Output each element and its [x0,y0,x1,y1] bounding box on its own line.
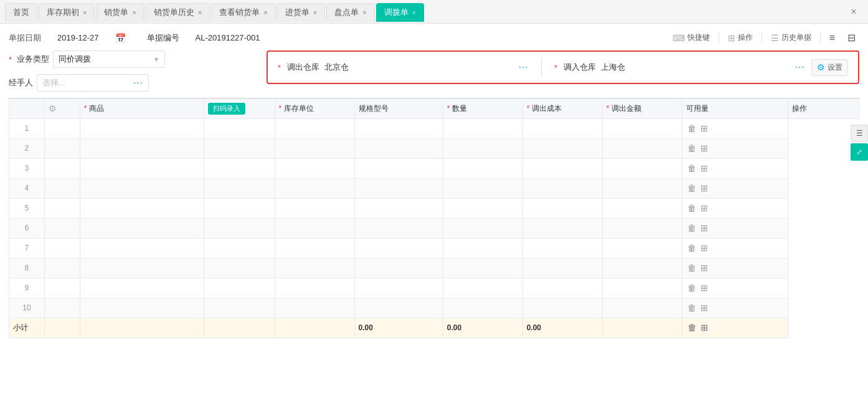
float-list-icon[interactable]: ☰ [851,125,868,142]
tab-purchase[interactable]: 进货单 × [277,3,325,22]
row-copy-icon-1[interactable]: ⊞ [701,123,708,133]
row-cost-1[interactable] [443,118,522,138]
row-qty-2[interactable] [354,138,443,158]
row-delete-icon-10[interactable]: 🗑 [687,303,696,313]
tab-stocktake[interactable]: 盘点单 × [326,3,374,22]
row-product-4[interactable] [80,178,204,198]
tab-sales-history[interactable]: 销货单历史 × [146,3,210,22]
row-avail-8 [602,258,682,278]
row-cost-6[interactable] [443,218,522,238]
person-more-icon[interactable]: ··· [133,77,143,88]
row-product-3[interactable] [80,158,204,178]
settings-button[interactable]: ⚙ 设置 [811,59,848,76]
tab-inventory-init[interactable]: 库存期初 × [39,3,95,22]
row-qty-3[interactable] [354,158,443,178]
row-amount-4[interactable] [522,178,602,198]
row-cost-3[interactable] [443,158,522,178]
row-amount-10[interactable] [522,298,602,318]
row-amount-5[interactable] [522,198,602,218]
row-amount-3[interactable] [522,158,602,178]
list-view-button[interactable]: ≡ [826,31,839,45]
row-delete-icon-3[interactable]: 🗑 [687,163,696,173]
row-qty-9[interactable] [354,278,443,298]
copy-icon[interactable]: ⊞ [701,323,708,333]
tab-view-sales[interactable]: 查看销货单 × [211,3,275,22]
row-product-7[interactable] [80,238,204,258]
col-avail-header: 可用量 [682,98,788,118]
business-type-select[interactable]: 同价调拨 ▼ [53,50,165,68]
row-delete-icon-1[interactable]: 🗑 [687,123,696,133]
subtotal-qty: 0.00 [354,318,443,338]
row-copy-icon-7[interactable]: ⊞ [701,243,708,253]
col-qty-header: * 数量 [443,98,522,118]
table-settings-gear-icon[interactable]: ⚙ [49,103,57,113]
row-qty-4[interactable] [354,178,443,198]
row-copy-icon-3[interactable]: ⊞ [701,163,708,173]
row-cost-2[interactable] [443,138,522,158]
history-button[interactable]: ☰ 历史单据 [767,31,815,45]
row-copy-icon-9[interactable]: ⊞ [701,283,708,293]
row-product-8[interactable] [80,258,204,278]
row-amount-6[interactable] [522,218,602,238]
warehouse-in-more-icon[interactable]: ··· [795,62,805,73]
row-copy-icon-5[interactable]: ⊞ [701,203,708,213]
row-amount-9[interactable] [522,278,602,298]
tab-stocktake-close[interactable]: × [362,9,366,16]
tab-view-sales-close[interactable]: × [263,9,267,16]
float-expand-icon[interactable]: ⤢ [851,143,868,161]
tab-sales-history-close[interactable]: × [198,9,202,16]
col-settings-header[interactable]: ⚙ [44,98,80,118]
row-copy-icon-4[interactable]: ⊞ [701,183,708,193]
scan-button[interactable]: 扫码录入 [208,103,245,115]
row-product-9[interactable] [80,278,204,298]
window-close-button[interactable]: × [844,2,863,21]
delete-icon[interactable]: 🗑 [687,323,696,333]
tab-purchase-close[interactable]: × [313,9,317,16]
tab-transfer-close[interactable]: × [412,9,416,16]
row-qty-10[interactable] [354,298,443,318]
operations-button[interactable]: ⊞ 操作 [724,31,757,45]
row-amount-2[interactable] [522,138,602,158]
row-copy-icon-8[interactable]: ⊞ [701,263,708,273]
row-delete-icon-6[interactable]: 🗑 [687,223,696,233]
row-delete-icon-9[interactable]: 🗑 [687,283,696,293]
row-cost-4[interactable] [443,178,522,198]
row-qty-8[interactable] [354,258,443,278]
row-delete-icon-8[interactable]: 🗑 [687,263,696,273]
row-qty-6[interactable] [354,218,443,238]
row-product-2[interactable] [80,138,204,158]
row-qty-7[interactable] [354,238,443,258]
grid-view-button[interactable]: ⊟ [844,30,859,45]
row-cost-7[interactable] [443,238,522,258]
row-product-6[interactable] [80,218,204,238]
row-cost-9[interactable] [443,278,522,298]
shortcut-button[interactable]: ⌨ 快捷键 [669,31,714,45]
row-copy-icon-10[interactable]: ⊞ [701,303,708,313]
tab-sales-order[interactable]: 销货单 × [96,3,144,22]
row-delete-icon-2[interactable]: 🗑 [687,143,696,153]
row-amount-7[interactable] [522,238,602,258]
row-qty-5[interactable] [354,198,443,218]
row-qty-1[interactable] [354,118,443,138]
warehouse-out-more-icon[interactable]: ··· [519,62,529,73]
row-product-10[interactable] [80,298,204,318]
row-product-5[interactable] [80,198,204,218]
row-copy-icon-6[interactable]: ⊞ [701,223,708,233]
row-cost-10[interactable] [443,298,522,318]
tab-home[interactable]: 首页 [5,3,37,22]
tab-transfer[interactable]: 调拨单 × [376,3,424,22]
warehouse-in-required-star: * [554,63,557,72]
row-product-1[interactable] [80,118,204,138]
row-delete-icon-7[interactable]: 🗑 [687,243,696,253]
row-amount-8[interactable] [522,258,602,278]
tab-inventory-init-close[interactable]: × [83,9,87,16]
person-select[interactable]: 选择... ··· [37,74,149,92]
row-cost-5[interactable] [443,198,522,218]
calendar-icon[interactable]: 📅 [115,33,126,43]
row-amount-1[interactable] [522,118,602,138]
row-cost-8[interactable] [443,258,522,278]
row-copy-icon-2[interactable]: ⊞ [701,143,708,153]
tab-sales-order-close[interactable]: × [132,9,136,16]
row-delete-icon-4[interactable]: 🗑 [687,183,696,193]
row-delete-icon-5[interactable]: 🗑 [687,203,696,213]
